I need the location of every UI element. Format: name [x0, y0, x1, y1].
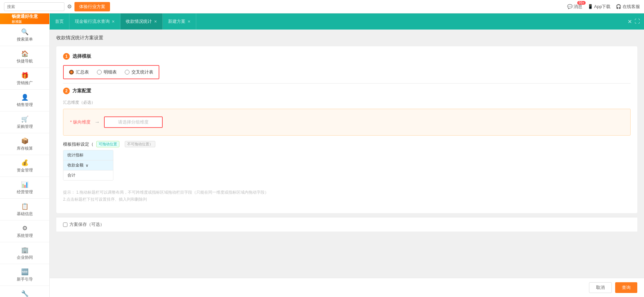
tab-bank-flow-close[interactable]: ✕	[112, 19, 115, 24]
tab-close-btn[interactable]: ✕	[628, 18, 632, 25]
radio-summary[interactable]: 汇总表	[69, 69, 89, 75]
footer-btns: 取消 查询	[50, 278, 644, 297]
sidebar-item-marketing[interactable]: 🎁 营销推广	[0, 68, 49, 90]
section2-title: 方案配置	[72, 88, 91, 94]
sidebar-item-basic-info[interactable]: 📋 基础信息	[0, 199, 49, 220]
save-checkbox-label[interactable]: 方案保存（可选）	[63, 221, 104, 228]
metric-dropdown-icon[interactable]: ∨	[86, 163, 89, 168]
section-separator	[63, 83, 631, 84]
sidebar-label-system: 系统管理	[17, 233, 33, 239]
tips-section: 提示： 1.拖动标题栏可以调整布局，不可跨维度或指标区域拖动栏目字段（只能在同一…	[63, 187, 631, 206]
metric-header: 模板指标设定（ 可拖动位置 不可拖动位置）	[63, 141, 631, 147]
dimension-arrow: →	[95, 119, 100, 125]
vertical-label: * 纵向维度	[70, 119, 91, 125]
sidebar-item-system[interactable]: ⚙ 系统管理	[0, 220, 49, 242]
cancel-button[interactable]: 取消	[589, 282, 612, 293]
template-select-group: 汇总表 明细表 交叉统计表	[63, 65, 159, 79]
movable-tag: 可拖动位置	[96, 141, 119, 147]
subtotal-cell: 合计	[63, 170, 113, 180]
sidebar-label-basic-info: 基础信息	[17, 211, 33, 217]
purchase-icon: 🛒	[21, 115, 29, 123]
section1-title: 选择模板	[72, 53, 91, 59]
top-bar-right: 💬 消息 99+ 📱 App下载 🎧 在线客服	[567, 4, 640, 10]
sidebar-label-sales: 销售管理	[17, 102, 33, 108]
metric-tag-label: 收款金额	[67, 162, 84, 168]
tab-expand-btn[interactable]: ⛶	[635, 18, 640, 24]
sidebar-item-hardware[interactable]: 🔧 智能硬件	[0, 286, 49, 297]
radio-summary-input[interactable]	[69, 70, 74, 75]
tab-payment-stats-label: 收款情况统计	[126, 18, 152, 24]
save-section: 方案保存（可选）	[56, 217, 637, 232]
search-input[interactable]	[4, 2, 64, 11]
tab-new-plan[interactable]: 新建方案 ✕	[163, 13, 196, 30]
top-bar-left: ⚙ 体验行业方案	[4, 2, 110, 11]
radio-summary-label: 汇总表	[76, 69, 89, 75]
radio-detail[interactable]: 明细表	[97, 69, 117, 75]
enterprise-icon: 🏢	[21, 246, 29, 254]
save-checkbox-text: 方案保存（可选）	[69, 221, 104, 228]
sidebar-item-enterprise[interactable]: 🏢 企业协同	[0, 242, 49, 264]
radio-detail-label: 明细表	[104, 69, 117, 75]
dimension-select[interactable]: 请选择分组维度	[104, 116, 163, 128]
section1-header: 1 选择模板	[63, 53, 631, 60]
sidebar-label-quick-nav: 快捷导航	[17, 58, 33, 64]
sales-icon: 👤	[21, 94, 29, 101]
sidebar-label-search-menu: 搜索菜单	[17, 37, 33, 42]
vertical-dimension-row: * 纵向维度 → 请选择分组维度	[70, 116, 163, 128]
sidebar-item-operation[interactable]: 📊 经营管理	[0, 177, 49, 199]
sidebar-label-marketing: 营销推广	[17, 80, 33, 86]
support-label: 在线客服	[623, 4, 640, 9]
sidebar-item-guide[interactable]: 🆕 新手引导	[0, 264, 49, 286]
message-count: 99+	[577, 1, 586, 5]
metric-table-area: 统计指标 收款金额 ∨ 合计	[63, 150, 113, 181]
sidebar-label-operation: 经营管理	[17, 189, 33, 195]
logo-text: 畅捷通好生意	[12, 13, 38, 19]
app-download[interactable]: 📱 App下载	[588, 4, 610, 10]
sidebar-label-purchase: 采购管理	[17, 124, 33, 130]
sidebar-item-inventory[interactable]: 📦 库存核算	[0, 133, 49, 155]
tab-new-plan-label: 新建方案	[168, 18, 185, 24]
tab-bar-actions: ✕ ⛶	[628, 18, 644, 25]
sidebar-item-finance[interactable]: 💰 资金管理	[0, 155, 49, 177]
inventory-icon: 📦	[21, 137, 29, 145]
sidebar-item-search-menu[interactable]: 🔍 搜索菜单	[0, 24, 49, 46]
dimension-group-label: 汇总维度（必选）	[63, 100, 631, 105]
download-icon: 📱	[588, 4, 593, 9]
sidebar-item-quick-nav[interactable]: 🏠 快捷导航	[0, 46, 49, 68]
trial-btn[interactable]: 体验行业方案	[74, 2, 110, 11]
message-badge[interactable]: 💬 消息 99+	[567, 4, 583, 10]
marketing-icon: 🎁	[21, 72, 29, 79]
sidebar-label-enterprise: 企业协同	[17, 255, 33, 260]
metric-tag-row[interactable]: 收款金额 ∨	[63, 160, 113, 170]
tab-bank-flow[interactable]: 现金银行流水查询 ✕	[69, 13, 120, 30]
tab-payment-stats[interactable]: 收款情况统计 ✕	[120, 13, 163, 30]
page-title: 收款情况统计方案设置	[56, 35, 637, 41]
sidebar-label-guide: 新手引导	[17, 277, 33, 282]
radio-detail-input[interactable]	[97, 70, 102, 75]
search-menu-icon: 🔍	[21, 28, 29, 36]
gear-icon[interactable]: ⚙	[67, 3, 72, 10]
tab-payment-stats-close[interactable]: ✕	[154, 19, 157, 24]
message-label: 消息	[574, 4, 582, 9]
radio-cross-input[interactable]	[125, 70, 129, 75]
tip-1: 提示： 1.拖动标题栏可以调整布局，不可跨维度或指标区域拖动栏目字段（只能在同一…	[63, 190, 631, 195]
dimension-area: * 纵向维度 → 请选择分组维度	[63, 109, 631, 136]
main-card: 1 选择模板 汇总表 明细表	[56, 46, 637, 213]
sidebar-label-inventory: 库存核算	[17, 146, 33, 151]
save-checkbox-input[interactable]	[63, 222, 67, 227]
online-support[interactable]: 🎧 在线客服	[616, 4, 640, 10]
tab-home-label: 首页	[55, 18, 64, 24]
tab-home[interactable]: 首页	[50, 13, 69, 30]
sidebar: 畅捷通好生意 标准版 🔍 搜索菜单 🏠 快捷导航 🎁 营销推广 👤 销售管理 🛒…	[0, 13, 50, 297]
tab-new-plan-close[interactable]: ✕	[187, 19, 191, 24]
radio-cross-label: 交叉统计表	[131, 69, 153, 75]
sidebar-item-sales[interactable]: 👤 销售管理	[0, 90, 49, 111]
message-icon: 💬	[567, 4, 573, 9]
tab-bar: 首页 现金银行流水查询 ✕ 收款情况统计 ✕ 新建方案 ✕ ✕ ⛶	[50, 13, 644, 30]
query-button[interactable]: 查询	[615, 282, 637, 293]
operation-icon: 📊	[21, 181, 29, 188]
radio-cross[interactable]: 交叉统计表	[125, 69, 153, 75]
download-label: App下载	[594, 4, 610, 9]
metric-section: 模板指标设定（ 可拖动位置 不可拖动位置） 统计指标 收款金	[63, 141, 631, 182]
sidebar-item-purchase[interactable]: 🛒 采购管理	[0, 111, 49, 133]
